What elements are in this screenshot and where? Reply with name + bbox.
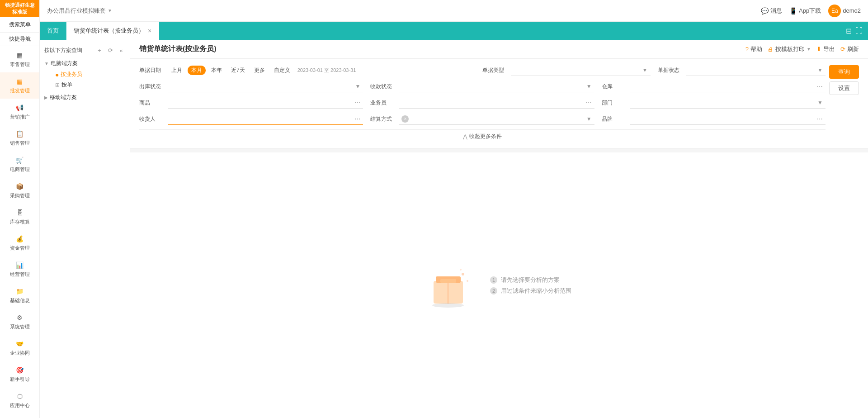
refresh-scheme-button[interactable]: ⟳ xyxy=(106,46,114,54)
tab-expand-button[interactable]: ⊟ ⛶ xyxy=(840,22,868,40)
tree-item-mobile[interactable]: ▶ 移动端方案 xyxy=(40,92,130,103)
tab-sales-stat[interactable]: 销货单统计表（按业务员） × xyxy=(66,22,159,40)
sales-stat-tab-label: 销货单统计表（按业务员） xyxy=(74,27,144,35)
brand-label: 品牌 xyxy=(602,115,627,123)
date-btn-this-year[interactable]: 本年 xyxy=(208,66,226,75)
doc-type-input[interactable]: ▼ xyxy=(511,64,651,76)
goods-input[interactable]: ··· xyxy=(168,97,363,109)
settlement-chevron-icon: ▼ xyxy=(586,116,592,122)
filter-settlement: 结算方式 × ▼ xyxy=(370,113,594,125)
newbie-icon: 🎯 xyxy=(15,366,24,375)
sidebar-item-inventory[interactable]: 🗄 库存核算 xyxy=(0,204,39,230)
quick-nav[interactable]: 快捷导航 xyxy=(0,33,39,46)
query-button[interactable]: 查询 xyxy=(829,65,859,79)
appstore-icon: ⬡ xyxy=(15,392,24,401)
filter-goods: 商品 ··· xyxy=(139,97,363,109)
tree-item-mobile-label: 移动端方案 xyxy=(50,94,77,101)
salesperson-label: 业务员 xyxy=(370,99,395,107)
tree-item-label: 电脑端方案 xyxy=(51,60,78,67)
tree-item-by-order[interactable]: ⊞ 按单 xyxy=(49,80,130,90)
empty-state: 1 请先选择要分析的方案 2 用过滤条件来缩小分析范围 xyxy=(130,152,868,418)
sidebar-item-wechat[interactable]: 💬 企业微信 xyxy=(0,413,39,418)
date-btn-this-month[interactable]: 本月 xyxy=(188,66,206,75)
tree-sub-desktop: ● 按业务员 ⊞ 按单 xyxy=(40,69,130,90)
page-header: 销货单统计表(按业务员) ? 帮助 🖨 按模板打印 ▼ ⬇ 导出 xyxy=(130,40,868,59)
settlement-clear-icon[interactable]: × xyxy=(401,115,409,123)
department-input[interactable]: ▼ xyxy=(630,97,826,109)
date-btn-last-month[interactable]: 上月 xyxy=(168,66,186,75)
refresh-button[interactable]: ⟳ 刷新 xyxy=(840,45,859,53)
tree-item-desktop[interactable]: ▼ 电脑端方案 xyxy=(40,58,130,69)
receiver-input[interactable]: ··· xyxy=(168,113,363,125)
operations-icon: 📊 xyxy=(15,261,24,270)
main-content: 办公用品行业模拟账套 ▼ 💬 消息 📱 App下载 Ea demo2 首页 销货… xyxy=(40,0,868,418)
salesperson-input[interactable]: ··· xyxy=(399,97,594,109)
minimize-icon: ⊟ xyxy=(846,27,852,35)
tab-home[interactable]: 首页 xyxy=(40,22,66,40)
wholesale-icon: ▦ xyxy=(15,77,24,86)
tree-item-by-salesperson[interactable]: ● 按业务员 xyxy=(49,69,130,80)
pay-status-input[interactable]: ▼ xyxy=(399,81,594,92)
brand-input[interactable]: ··· xyxy=(630,113,826,125)
settlement-input[interactable]: × ▼ xyxy=(399,113,594,125)
filter-row-4: 收货人 ··· 结算方式 xyxy=(139,113,826,125)
date-btn-custom[interactable]: 自定义 xyxy=(270,66,294,75)
left-panel-header: 按以下方案查询 + ⟳ « xyxy=(40,44,130,58)
tab-close-icon[interactable]: × xyxy=(148,27,151,34)
sidebar-item-basic[interactable]: 📁 基础信息 xyxy=(0,282,39,309)
sidebar-item-purchase[interactable]: 📦 采购管理 xyxy=(0,177,39,204)
empty-hints: 1 请先选择要分析的方案 2 用过滤条件来缩小分析范围 xyxy=(490,276,571,295)
collapse-filters-button[interactable]: ⋀ 收起更多条件 xyxy=(463,133,502,140)
app-download-button[interactable]: 📱 App下载 xyxy=(789,7,821,15)
sidebar-item-sales[interactable]: 📋 销售管理 xyxy=(0,125,39,151)
department-label: 部门 xyxy=(602,99,627,107)
help-button[interactable]: ? 帮助 xyxy=(745,45,762,53)
date-btn-last7[interactable]: 近7天 xyxy=(227,66,249,75)
sidebar-item-appstore[interactable]: ⬡ 应用中心 xyxy=(0,387,39,413)
out-status-chevron-icon: ▼ xyxy=(355,83,360,90)
page-title: 销货单统计表(按业务员) xyxy=(139,44,217,54)
sidebar-item-operations[interactable]: 📊 经营管理 xyxy=(0,256,39,282)
sidebar-item-retail[interactable]: ▦ 零售管理 xyxy=(0,46,39,72)
account-selector[interactable]: 办公用品行业模拟账套 ▼ xyxy=(47,7,112,15)
search-menu[interactable]: 搜索菜单 xyxy=(0,17,39,33)
topbar: 办公用品行业模拟账套 ▼ 💬 消息 📱 App下载 Ea demo2 xyxy=(40,0,868,22)
sidebar-item-ecommerce[interactable]: 🛒 电商管理 xyxy=(0,151,39,177)
svg-rect-3 xyxy=(440,279,456,283)
add-scheme-button[interactable]: + xyxy=(95,46,104,54)
topbar-right: 💬 消息 📱 App下载 Ea demo2 xyxy=(761,5,861,17)
svg-point-6 xyxy=(467,280,468,282)
refresh-icon: ⟳ xyxy=(840,46,845,52)
empty-box-svg xyxy=(427,267,472,308)
scheme-icon: ⊞ xyxy=(55,82,60,88)
warehouse-label: 仓库 xyxy=(602,83,627,90)
sidebar-item-finance[interactable]: 💰 资金管理 xyxy=(0,230,39,256)
user-menu[interactable]: Ea demo2 xyxy=(828,5,861,17)
doc-status-input[interactable]: ▼ xyxy=(686,64,826,76)
salesperson-dots-icon: ··· xyxy=(585,99,591,107)
out-status-label: 出库状态 xyxy=(139,83,164,90)
sidebar-item-enterprise[interactable]: 🤝 企业协同 xyxy=(0,335,39,361)
purchase-icon: 📦 xyxy=(15,182,24,191)
date-btn-more[interactable]: 更多 xyxy=(250,66,269,75)
avatar: Ea xyxy=(828,5,841,17)
print-button[interactable]: 🖨 按模板打印 ▼ xyxy=(768,45,811,53)
sidebar-item-system[interactable]: ⚙ 系统管理 xyxy=(0,309,39,335)
warehouse-input[interactable]: ··· xyxy=(630,81,826,92)
sidebar-item-newbie[interactable]: 🎯 新手引导 xyxy=(0,361,39,387)
sidebar-item-marketing[interactable]: 📢 营销推广 xyxy=(0,99,39,125)
collapse-panel-button[interactable]: « xyxy=(117,46,125,54)
enterprise-icon: 🤝 xyxy=(15,339,24,348)
content-area: 按以下方案查询 + ⟳ « ▼ 电脑端方案 ● 按业务员 ⊞ 按单 xyxy=(40,40,868,418)
basic-icon: 📁 xyxy=(15,287,24,296)
sidebar-item-wholesale[interactable]: ▦ 批发管理 xyxy=(0,72,39,99)
settings-button[interactable]: 设置 xyxy=(829,81,859,95)
pay-status-label: 收款状态 xyxy=(370,83,395,90)
message-button[interactable]: 💬 消息 xyxy=(761,7,782,15)
out-status-input[interactable]: ▼ xyxy=(168,81,363,92)
export-button[interactable]: ⬇ 导出 xyxy=(816,45,835,53)
filter-row-3: 商品 ··· 业务员 xyxy=(139,97,826,109)
settlement-label: 结算方式 xyxy=(370,115,395,123)
pay-status-chevron-icon: ▼ xyxy=(586,83,592,90)
empty-hint-1: 1 请先选择要分析的方案 xyxy=(490,276,571,284)
